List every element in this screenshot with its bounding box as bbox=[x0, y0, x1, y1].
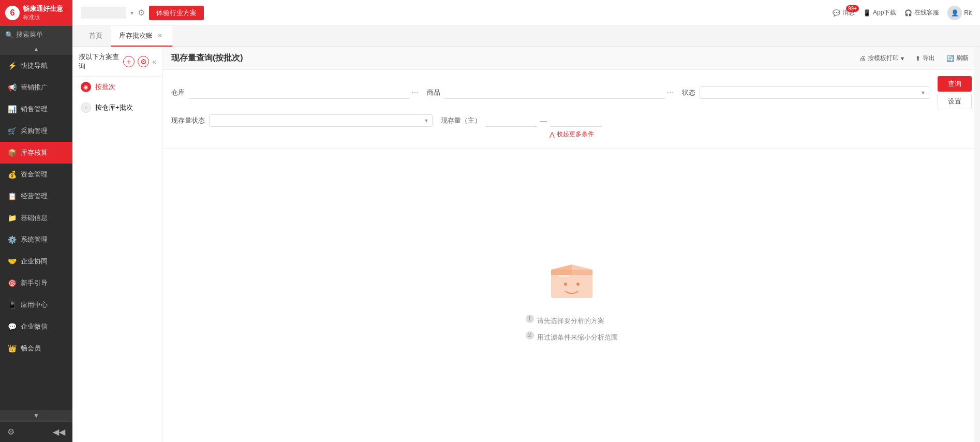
user-name-label: Rit bbox=[964, 9, 972, 17]
sidebar-item-basics[interactable]: 📁 基础信息 bbox=[0, 207, 72, 229]
svg-point-5 bbox=[576, 283, 580, 286]
inventory-status-label: 现存量状态 bbox=[171, 116, 205, 125]
sidebar-item-inventory[interactable]: 📦 库存核算 bbox=[0, 142, 72, 164]
empty-svg bbox=[541, 244, 603, 306]
collapse-footer-icon[interactable]: ◀◀ bbox=[53, 427, 65, 437]
add-scheme-button[interactable]: + bbox=[123, 56, 135, 67]
collapse-panel-button[interactable]: « bbox=[152, 57, 156, 66]
inventory-status-select[interactable]: ▾ bbox=[209, 114, 433, 127]
topbar-settings-icon[interactable]: ⚙ bbox=[138, 8, 145, 18]
hint-text-1: 请先选择要分析的方案 bbox=[537, 314, 604, 328]
scheme-settings-button[interactable]: ⚙ bbox=[138, 56, 149, 67]
product-more-icon[interactable]: ··· bbox=[667, 88, 674, 97]
hint-number-1: 1 bbox=[526, 315, 534, 323]
sidebar-item-system[interactable]: ⚙️ 系统管理 bbox=[0, 229, 72, 251]
tab-close-icon[interactable]: ✕ bbox=[156, 32, 164, 40]
export-button[interactable]: ⬆ 导出 bbox=[912, 52, 938, 64]
scheme-item-by-warehouse-batch[interactable]: ○ 按仓库+批次 bbox=[72, 97, 162, 118]
sidebar-label: 采购管理 bbox=[21, 126, 48, 136]
main-area: ▾ ⚙ 体验行业方案 💬 消息 99+ 📱 App下载 🎧 在线客服 👤 bbox=[72, 0, 980, 442]
filter-area: 仓库 ··· 商品 ··· 状态 ▾ bbox=[163, 70, 980, 149]
product-filter-group: 商品 ··· bbox=[427, 76, 674, 109]
hint-text-2: 用过滤条件来缩小分析范围 bbox=[537, 331, 618, 344]
query-button[interactable]: 查询 bbox=[938, 76, 972, 92]
sidebar-label: 企业微信 bbox=[21, 322, 48, 331]
scheme-panel-actions: + ⚙ « bbox=[123, 56, 156, 67]
scheme-panel-title: 按以下方案查询 bbox=[79, 52, 123, 71]
warehouse-more-icon[interactable]: ··· bbox=[411, 88, 418, 97]
sidebar-item-enterprise-wechat[interactable]: 💬 企业微信 bbox=[0, 316, 72, 337]
sidebar-item-enterprise-collab[interactable]: 🤝 企业协同 bbox=[0, 251, 72, 272]
sidebar-scroll-down[interactable]: ▼ bbox=[0, 410, 72, 421]
printer-icon: 🖨 bbox=[859, 55, 866, 62]
messages-action[interactable]: 💬 消息 99+ bbox=[833, 8, 855, 17]
refresh-icon: 🔄 bbox=[946, 55, 954, 62]
app-logo: 6 bbox=[5, 6, 20, 20]
edition-label: 标准版 bbox=[23, 13, 63, 21]
avatar-icon: 👤 bbox=[951, 9, 959, 17]
sidebar-item-sales[interactable]: 📊 销售管理 bbox=[0, 98, 72, 120]
right-scrollbar[interactable] bbox=[974, 47, 980, 442]
scheme-inactive-icon: ○ bbox=[81, 102, 91, 113]
breadcrumb-dropdown[interactable]: ▾ bbox=[130, 9, 133, 17]
inventory-icon: 📦 bbox=[7, 148, 17, 157]
empty-state: 1 请先选择要分析的方案 2 用过滤条件来缩小分析范围 bbox=[163, 149, 980, 442]
sidebar-footer: ⚙ ◀◀ bbox=[0, 421, 72, 442]
settings-footer-icon[interactable]: ⚙ bbox=[7, 427, 14, 437]
sidebar-item-app-center[interactable]: 📱 应用中心 bbox=[0, 294, 72, 316]
app-info: 畅康通好生意 标准版 bbox=[23, 4, 63, 22]
tab-inventory-batch[interactable]: 库存批次账 ✕ bbox=[111, 26, 172, 47]
settings-button[interactable]: 设置 bbox=[938, 94, 972, 109]
quick-nav-icon: ⚡ bbox=[7, 61, 17, 70]
tab-home[interactable]: 首页 bbox=[81, 26, 111, 47]
sidebar-item-finance[interactable]: 💰 资金管理 bbox=[0, 164, 72, 185]
print-template-button[interactable]: 🖨 按模板打印 ▾ bbox=[856, 52, 907, 64]
collapse-up-icon: ⋀ bbox=[550, 131, 555, 138]
trial-industry-button[interactable]: 体验行业方案 bbox=[149, 6, 204, 20]
sidebar-label: 企业协同 bbox=[21, 257, 48, 266]
scheme-label: 按仓库+批次 bbox=[95, 103, 133, 112]
status-filter-label: 状态 bbox=[682, 88, 695, 97]
members-icon: 👑 bbox=[7, 344, 17, 353]
sidebar-search[interactable]: 🔍 搜索菜单 bbox=[0, 26, 72, 43]
user-profile-action[interactable]: 👤 Rit bbox=[947, 6, 972, 20]
product-filter-input[interactable] bbox=[444, 86, 665, 99]
online-service-action[interactable]: 🎧 在线客服 bbox=[904, 8, 939, 17]
sidebar-item-members[interactable]: 👑 畅会员 bbox=[0, 337, 72, 359]
page-header: 现存量查询(按批次) 🖨 按模板打印 ▾ ⬆ 导出 🔄 刷新 bbox=[163, 47, 980, 70]
new-guide-icon: 🎯 bbox=[7, 278, 17, 288]
sidebar-label: 快捷导航 bbox=[21, 61, 48, 70]
sidebar-label: 应用中心 bbox=[21, 300, 48, 310]
scheme-item-by-batch[interactable]: ◉ 按批次 bbox=[72, 77, 162, 97]
quantity-max-input[interactable] bbox=[550, 114, 602, 127]
sidebar-label: 资金管理 bbox=[21, 170, 48, 179]
sales-icon: 📊 bbox=[7, 105, 17, 114]
warehouse-filter-input[interactable] bbox=[189, 86, 409, 99]
inventory-status-filter-group: 现存量状态 ▾ bbox=[171, 114, 433, 127]
status-select[interactable]: ▾ bbox=[700, 86, 929, 99]
quantity-min-input[interactable] bbox=[485, 114, 537, 127]
sidebar-item-purchase[interactable]: 🛒 采购管理 bbox=[0, 120, 72, 142]
warehouse-filter-label: 仓库 bbox=[171, 88, 185, 97]
svg-marker-2 bbox=[572, 264, 592, 275]
page-title: 现存量查询(按批次) bbox=[171, 53, 243, 64]
sidebar-item-marketing[interactable]: 📢 营销推广 bbox=[0, 77, 72, 98]
hint-number-2: 2 bbox=[526, 331, 534, 340]
sidebar-item-operations[interactable]: 📋 经营管理 bbox=[0, 185, 72, 207]
sidebar-item-new-guide[interactable]: 🎯 新手引导 bbox=[0, 272, 72, 294]
scheme-panel: 按以下方案查询 + ⚙ « ◉ 按批次 bbox=[72, 47, 163, 442]
company-name: 畅康通好生意 bbox=[23, 4, 63, 13]
basics-icon: 📁 bbox=[7, 213, 17, 223]
avatar: 👤 bbox=[947, 6, 962, 20]
tab-inventory-batch-label: 库存批次账 bbox=[119, 31, 153, 40]
collapse-filter-button[interactable]: ⋀ 收起更多条件 bbox=[171, 127, 972, 142]
sidebar-item-quick-nav[interactable]: ⚡ 快捷导航 bbox=[0, 55, 72, 77]
close-panel-button[interactable]: ✕ bbox=[960, 52, 968, 64]
app-download-action[interactable]: 📱 App下载 bbox=[863, 8, 896, 17]
hint-item-1: 1 请先选择要分析的方案 bbox=[526, 314, 618, 328]
operations-icon: 📋 bbox=[7, 191, 17, 201]
sidebar-scroll-up[interactable]: ▲ bbox=[0, 43, 72, 55]
message-icon: 💬 bbox=[833, 9, 840, 17]
topbar: ▾ ⚙ 体验行业方案 💬 消息 99+ 📱 App下载 🎧 在线客服 👤 bbox=[72, 0, 980, 26]
warehouse-filter-group: 仓库 ··· bbox=[171, 76, 419, 109]
